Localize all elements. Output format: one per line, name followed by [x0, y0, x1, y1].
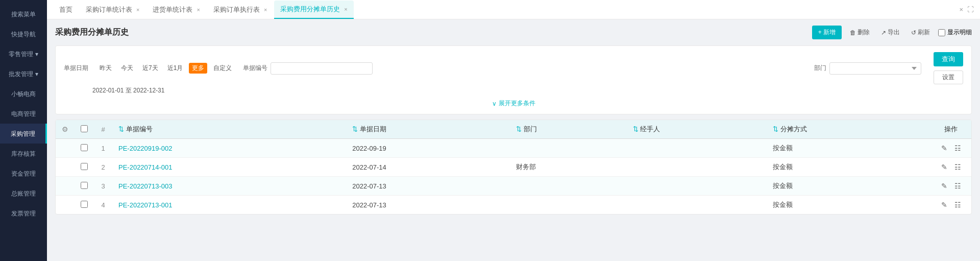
sidebar-item-finance[interactable]: 资金管理 [0, 163, 47, 183]
filter-row: 单据日期 昨天 今天 近7天 近1月 更多 自定义 单据编号 部门 [64, 52, 963, 84]
row-detail-icon-3[interactable]: ☷ [952, 181, 963, 191]
tab-close-purchase-stat[interactable]: × [136, 1, 139, 19]
sidebar-item-ecommerce-small[interactable]: 小畅电商 [0, 84, 47, 104]
col-header-dept: ⇅ 部门 [510, 120, 627, 139]
show-cols-checkbox[interactable] [938, 29, 945, 36]
row-handler [627, 196, 767, 215]
row-checkbox-4[interactable] [81, 201, 88, 208]
row-checkbox-3[interactable] [81, 182, 88, 189]
doc-number-link-3[interactable]: PE-20220713-003 [118, 182, 173, 190]
tab-close-purchase-cost-history[interactable]: × [344, 0, 347, 18]
expand-more-btn[interactable]: ∨ 展开更多条件 [64, 99, 963, 108]
doc-number-input[interactable] [271, 62, 373, 75]
row-edit-icon-2[interactable]: ✎ [939, 162, 949, 172]
tab-purchase-exec[interactable]: 采购订单执行表 × [207, 1, 273, 19]
sort-icon-split: ⇅ [773, 125, 778, 133]
row-checkbox-cell [75, 158, 94, 177]
col-header-doc-date: ⇅ 单据日期 [346, 120, 510, 139]
setting-button[interactable]: 设置 [934, 70, 963, 84]
select-all-checkbox[interactable] [81, 125, 88, 132]
tab-close-purchase-exec[interactable]: × [264, 1, 267, 19]
sidebar-item-retail[interactable]: 零售管理 ▾ [0, 44, 47, 64]
row-checkbox-cell [75, 177, 94, 196]
row-dept [510, 177, 627, 196]
sidebar: 搜索菜单 快捷导航 零售管理 ▾ 批发管理 ▾ 小畅电商 电商管理 采购管理 库… [0, 0, 47, 261]
doc-number-link-2[interactable]: PE-20220714-001 [118, 163, 173, 171]
tab-close-goods-stat[interactable]: × [197, 1, 200, 19]
table-row: 2 PE-20220714-001 2022-07-14 财务部 按金额 ✎ ☷ [56, 158, 971, 177]
sort-icon-doc-number: ⇅ [118, 125, 124, 133]
table-settings-icon[interactable]: ⚙ [62, 125, 68, 133]
date-btn-more[interactable]: 更多 [189, 63, 207, 74]
export-button[interactable]: ↗ 导出 [878, 26, 903, 39]
row-actions-cell: ✎ ☷ [930, 139, 971, 158]
close-all-tabs-icon[interactable]: × [959, 6, 963, 13]
doc-number-link-4[interactable]: PE-20220713-001 [118, 201, 173, 209]
refresh-button[interactable]: ↺ 刷新 [908, 26, 933, 39]
doc-number-filter: 单据编号 [243, 62, 373, 75]
row-edit-icon-3[interactable]: ✎ [939, 181, 949, 191]
delete-button[interactable]: 🗑 删除 [847, 26, 873, 39]
filter-area: 单据日期 昨天 今天 近7天 近1月 更多 自定义 单据编号 部门 [55, 45, 972, 114]
sidebar-item-quick-nav[interactable]: 快捷导航 [0, 24, 47, 44]
sidebar-item-invoice[interactable]: 发票管理 [0, 203, 47, 223]
row-dept [510, 139, 627, 158]
main-content: 首页 采购订单统计表 × 进货单统计表 × 采购订单执行表 × 采购费用分摊单历… [47, 0, 980, 261]
tab-purchase-cost-history[interactable]: 采购费用分摊单历史 × [274, 1, 353, 19]
row-checkbox-1[interactable] [81, 144, 88, 151]
row-detail-icon-4[interactable]: ☷ [952, 200, 963, 210]
col-header-settings: ⚙ [56, 120, 75, 139]
row-settings-cell [56, 139, 75, 158]
tab-bar: 首页 采购订单统计表 × 进货单统计表 × 采购订单执行表 × 采购费用分摊单历… [47, 0, 980, 19]
show-cols-checkbox-label[interactable]: 显示明细 [938, 28, 972, 37]
row-doc-date: 2022-09-19 [346, 139, 510, 158]
row-doc-date: 2022-07-13 [346, 177, 510, 196]
doc-number-label: 单据编号 [243, 64, 267, 73]
date-btn-today[interactable]: 今天 [118, 63, 136, 74]
sidebar-item-purchase[interactable]: 采购管理 [0, 124, 47, 144]
doc-number-link-1[interactable]: PE-20220919-002 [118, 145, 173, 152]
date-btn-7days[interactable]: 近7天 [139, 63, 161, 74]
row-doc-number: PE-20220919-002 [112, 139, 346, 158]
row-actions-cell: ✎ ☷ [930, 158, 971, 177]
table-row: 4 PE-20220713-001 2022-07-13 按金额 ✎ ☷ [56, 196, 971, 215]
row-split-method: 按金额 [767, 177, 930, 196]
row-split-method: 按金额 [767, 139, 930, 158]
table-row: 1 PE-20220919-002 2022-09-19 按金额 ✎ ☷ [56, 139, 971, 158]
row-checkbox-2[interactable] [81, 163, 88, 170]
date-btn-1month[interactable]: 近1月 [164, 63, 186, 74]
row-handler [627, 158, 767, 177]
row-checkbox-cell [75, 139, 94, 158]
sort-icon-handler: ⇅ [633, 125, 639, 133]
query-button[interactable]: 查询 [934, 52, 963, 66]
delete-icon: 🗑 [850, 29, 856, 36]
page-content: 采购费用分摊单历史 + 新增 🗑 删除 ↗ 导出 ↺ 刷新 显示明细 [47, 19, 980, 261]
col-header-checkbox [75, 120, 94, 139]
add-button[interactable]: + 新增 [812, 26, 842, 39]
dept-select[interactable]: 财务部 [829, 62, 921, 75]
tab-home[interactable]: 首页 [53, 1, 79, 19]
row-doc-date: 2022-07-14 [346, 158, 510, 177]
row-settings-cell [56, 196, 75, 215]
tab-goods-stat[interactable]: 进货单统计表 × [146, 1, 206, 19]
tab-purchase-stat[interactable]: 采购订单统计表 × [80, 1, 145, 19]
row-split-method: 按金额 [767, 158, 930, 177]
row-detail-icon-1[interactable]: ☷ [952, 143, 963, 153]
sidebar-item-search-menu[interactable]: 搜索菜单 [0, 4, 47, 24]
date-btn-custom[interactable]: 自定义 [210, 63, 235, 74]
data-table-wrapper: ⚙ # ⇅ 单据编号 ⇅ 单据日期 [55, 120, 972, 215]
row-edit-icon-4[interactable]: ✎ [939, 200, 949, 210]
row-actions-cell: ✎ ☷ [930, 177, 971, 196]
table-row: 3 PE-20220713-003 2022-07-13 按金额 ✎ ☷ [56, 177, 971, 196]
row-doc-number: PE-20220714-001 [112, 158, 346, 177]
row-checkbox-cell [75, 196, 94, 215]
sidebar-item-wholesale[interactable]: 批发管理 ▾ [0, 64, 47, 84]
sidebar-item-ecommerce[interactable]: 电商管理 [0, 104, 47, 124]
row-detail-icon-2[interactable]: ☷ [952, 162, 963, 172]
date-btn-yesterday[interactable]: 昨天 [96, 63, 115, 74]
row-edit-icon-1[interactable]: ✎ [939, 143, 949, 153]
sidebar-item-inventory[interactable]: 库存核算 [0, 144, 47, 163]
fullscreen-icon[interactable]: ⛶ [967, 6, 974, 13]
sidebar-item-ledger[interactable]: 总账管理 [0, 183, 47, 203]
row-num: 3 [94, 177, 112, 196]
